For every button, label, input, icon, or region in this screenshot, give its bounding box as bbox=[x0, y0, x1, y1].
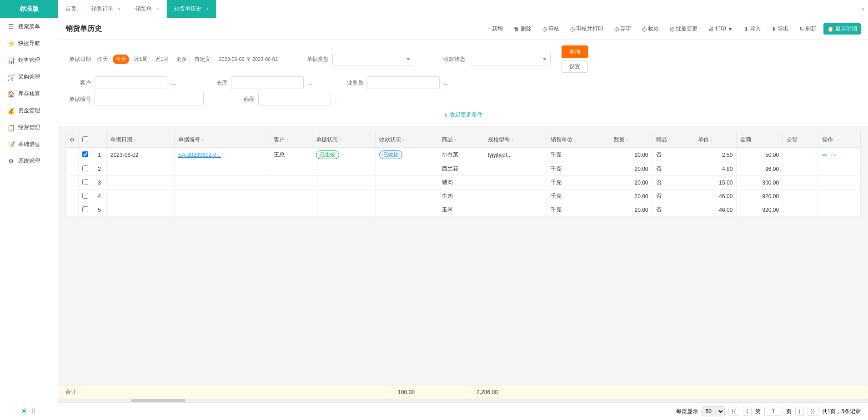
tab-sales-history-close[interactable]: × bbox=[206, 6, 209, 11]
audit-print-button[interactable]: ◎ 审核并打印 bbox=[567, 23, 607, 35]
next-page-button[interactable]: ⟩ bbox=[795, 407, 804, 416]
date-btn-today[interactable]: 今天 bbox=[113, 55, 129, 64]
batch-change-button[interactable]: ◎ 批量变更 bbox=[666, 23, 701, 35]
sidebar-item-quick-nav[interactable]: ⚡ 快捷导航 bbox=[0, 35, 58, 52]
sidebar-item-inventory[interactable]: 🏠 库存核算 bbox=[0, 85, 58, 102]
goods-input[interactable] bbox=[258, 93, 331, 105]
cell-spec bbox=[484, 190, 547, 203]
first-page-button[interactable]: ⟨⟨ bbox=[728, 407, 739, 416]
prev-page-button[interactable]: ⟨ bbox=[743, 407, 752, 416]
tab-sales-goods[interactable]: 销货单 × bbox=[128, 0, 167, 18]
sys-mgmt-icon: ⚙ bbox=[7, 158, 15, 165]
sort-unit-price[interactable]: 单价↕ bbox=[698, 136, 712, 144]
last-page-button[interactable]: ⟩⟩ bbox=[808, 407, 818, 416]
th-doc-date[interactable]: 单据日期↕ bbox=[107, 132, 175, 148]
payment-status-select[interactable] bbox=[469, 53, 551, 65]
doc-no-link[interactable]: SA-20230602-0... bbox=[178, 152, 221, 158]
cell-checkbox[interactable] bbox=[79, 162, 92, 176]
sort-doc-no[interactable]: 单据编号↕ bbox=[178, 136, 204, 144]
sidebar-item-basic-info[interactable]: 📝 基础信息 bbox=[0, 136, 58, 153]
date-btn-custom[interactable]: 自定义 bbox=[191, 55, 213, 64]
select-all-checkbox[interactable] bbox=[82, 136, 88, 142]
tab-close-all[interactable]: × bbox=[858, 0, 868, 18]
th-unit-price[interactable]: 单价↕ bbox=[694, 132, 737, 148]
add-button[interactable]: + 新增 bbox=[484, 23, 507, 35]
customer-input[interactable] bbox=[95, 76, 167, 89]
sidebar-item-search-menu[interactable]: ☰ 搜索菜单 bbox=[0, 18, 58, 35]
row-checkbox[interactable] bbox=[82, 193, 88, 199]
sort-doc-status[interactable]: 单据状态↕ bbox=[316, 136, 341, 144]
date-btn-last-month[interactable]: 近1月 bbox=[152, 55, 172, 64]
sidebar-expand-icon[interactable]: ☀ bbox=[20, 406, 28, 416]
print-button[interactable]: 🖨 打印 ▼ bbox=[705, 23, 737, 35]
setting-button[interactable]: 设置 bbox=[562, 60, 588, 73]
date-btn-yesterday[interactable]: 昨天 bbox=[95, 55, 111, 64]
th-customer[interactable]: 客户↕ bbox=[270, 132, 312, 148]
collect-label: 收款 bbox=[648, 25, 659, 33]
th-qty[interactable]: 数量↕ bbox=[610, 132, 652, 148]
warehouse-dots[interactable]: ... bbox=[307, 79, 313, 86]
tab-sales-order-label: 销售订单 bbox=[91, 5, 113, 13]
delete-button[interactable]: 🗑 删除 bbox=[510, 23, 535, 35]
per-page-select[interactable]: 10 20 50 100 bbox=[702, 406, 725, 416]
tab-sales-order-close[interactable]: × bbox=[118, 6, 120, 11]
row-checkbox[interactable] bbox=[82, 165, 88, 171]
sort-customer[interactable]: 客户↕ bbox=[274, 136, 288, 144]
export-button[interactable]: ⬇ 导出 bbox=[768, 23, 792, 35]
audit-button[interactable]: ◎ 审核 bbox=[539, 23, 563, 35]
sort-goods[interactable]: 商品↕ bbox=[442, 136, 457, 144]
doc-no-input[interactable] bbox=[95, 93, 204, 105]
th-unit[interactable]: 销售单位↕ bbox=[547, 132, 610, 148]
sidebar-item-finance-mgmt[interactable]: 💰 资金管理 bbox=[0, 102, 58, 119]
edit-icon[interactable]: ✏ bbox=[822, 151, 828, 159]
sidebar-collapse-icon[interactable]: ⏸ bbox=[30, 406, 38, 416]
th-checkbox[interactable] bbox=[79, 132, 92, 148]
sort-unit[interactable]: 销售单位↕ bbox=[551, 136, 576, 144]
cell-checkbox[interactable] bbox=[79, 176, 92, 190]
th-doc-status[interactable]: 单据状态↕ bbox=[312, 132, 375, 148]
sort-payment-status[interactable]: 收款状态↕ bbox=[379, 136, 405, 144]
th-payment-status[interactable]: 收款状态↕ bbox=[375, 132, 438, 148]
th-spec[interactable]: 规格型号↕ bbox=[484, 132, 547, 148]
th-doc-no[interactable]: 单据编号↕ bbox=[174, 132, 270, 148]
sort-qty[interactable]: 数量↕ bbox=[614, 136, 628, 144]
doc-type-select[interactable] bbox=[332, 53, 414, 65]
page-number-input[interactable] bbox=[764, 407, 783, 416]
scrollbar-area[interactable] bbox=[58, 399, 868, 402]
salesperson-dots[interactable]: ... bbox=[443, 79, 449, 86]
sidebar-item-purchase-mgmt[interactable]: 🛒 采购管理 bbox=[0, 69, 58, 85]
sidebar-item-ops-mgmt[interactable]: 📋 经营管理 bbox=[0, 119, 58, 136]
sort-spec[interactable]: 规格型号↕ bbox=[488, 136, 513, 144]
query-button[interactable]: 查询 bbox=[562, 45, 588, 58]
sidebar-item-sys-mgmt[interactable]: ⚙ 系统管理 bbox=[0, 153, 58, 170]
filter-collapse-toggle[interactable]: ∧ 收起更多条件 bbox=[65, 109, 861, 120]
tab-sales-order[interactable]: 销售订单 × bbox=[84, 0, 128, 18]
date-btn-more[interactable]: 更多 bbox=[173, 55, 190, 64]
date-btn-last7[interactable]: 近1周 bbox=[131, 55, 151, 64]
import-button[interactable]: ⬆ 导入 bbox=[740, 23, 764, 35]
th-gear[interactable]: ⚙ bbox=[66, 132, 79, 148]
customer-dots[interactable]: ... bbox=[171, 79, 176, 86]
sidebar-item-sales-mgmt[interactable]: 📊 销售管理 bbox=[0, 52, 58, 69]
sort-doc-date[interactable]: 单据日期↕ bbox=[110, 136, 136, 144]
cell-checkbox[interactable] bbox=[79, 148, 92, 162]
th-gift[interactable]: 赠品↕ bbox=[652, 132, 694, 148]
abandon-button[interactable]: ◎ 弃审 bbox=[611, 23, 635, 35]
row-checkbox[interactable] bbox=[82, 206, 88, 212]
more-icon[interactable]: ⋯ bbox=[830, 151, 837, 159]
sort-gift[interactable]: 赠品↕ bbox=[656, 136, 671, 144]
collect-button[interactable]: ◎ 收款 bbox=[638, 23, 662, 35]
refresh-button[interactable]: ↻ 刷新 bbox=[796, 23, 820, 35]
th-goods[interactable]: 商品↕ bbox=[438, 132, 484, 148]
warehouse-input[interactable] bbox=[231, 76, 304, 89]
row-checkbox[interactable] bbox=[82, 151, 88, 157]
row-checkbox[interactable] bbox=[82, 179, 88, 185]
cell-checkbox[interactable] bbox=[79, 190, 92, 203]
tab-home[interactable]: 首页 bbox=[58, 0, 84, 18]
goods-dots[interactable]: ... bbox=[335, 95, 340, 103]
show-detail-button[interactable]: 📋 显示明细 bbox=[823, 23, 861, 35]
salesperson-input[interactable] bbox=[367, 76, 440, 89]
tab-sales-history[interactable]: 销货单历史 × bbox=[167, 0, 216, 18]
tab-sales-goods-close[interactable]: × bbox=[156, 6, 159, 11]
cell-checkbox[interactable] bbox=[79, 203, 92, 217]
